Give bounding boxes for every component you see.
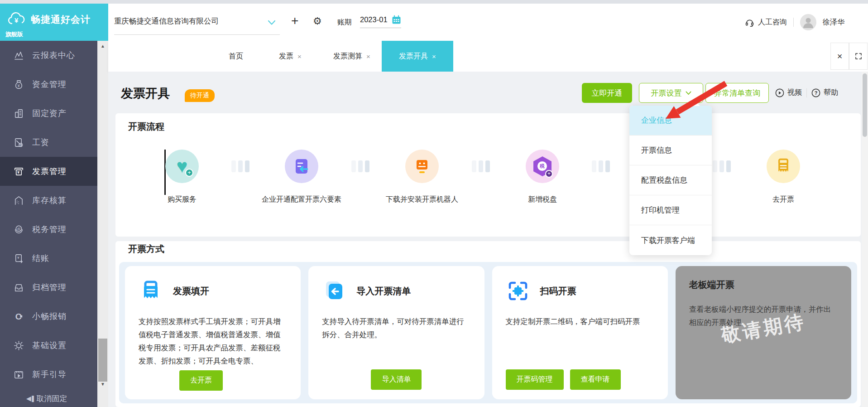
robot-icon [413, 157, 431, 175]
gear-icon[interactable]: ⚙ [313, 15, 322, 27]
chevron-down-icon [686, 91, 691, 95]
tab-invoice[interactable]: 发票 × [279, 41, 302, 72]
close-icon[interactable]: × [297, 53, 302, 60]
header-divider [793, 18, 794, 27]
flow-connector [351, 160, 369, 172]
flow-connector [592, 160, 610, 172]
sidebar-item-salary[interactable]: ¥ 工资 [0, 128, 97, 157]
avatar[interactable] [800, 14, 816, 30]
support-link[interactable]: 人工咨询 [745, 18, 787, 27]
content-scrollbar[interactable] [862, 72, 868, 407]
menu-item-printer-manage[interactable]: 打印机管理 [629, 195, 712, 225]
menu-item-tax-disk-config[interactable]: 配置税盘信息 [629, 165, 712, 195]
sidebar-item-invoice-management[interactable]: ¥ 发票管理 [0, 157, 97, 186]
close-icon[interactable]: × [432, 53, 436, 60]
menu-item-invoice-info[interactable]: 开票信息 [629, 136, 712, 165]
sidebar-item-guide[interactable]: 新手引导 [0, 360, 97, 389]
building-icon [14, 108, 24, 119]
invoice-icon: ¥ [14, 166, 24, 177]
report-chart-icon [14, 50, 24, 61]
money-bag-icon: ¥ [14, 79, 24, 90]
svg-text:¥: ¥ [17, 83, 20, 87]
chevron-down-icon[interactable] [268, 20, 276, 25]
tax-coin: 税 [537, 161, 547, 171]
sidebar-unpin-button[interactable]: ◀❚ 取消固定 [0, 390, 97, 407]
abnormal-list-button[interactable]: 异常清单查询 [705, 83, 769, 103]
flow-step-go-invoice: 去开票 [767, 150, 800, 183]
view-application-button[interactable]: 查看申请 [570, 369, 621, 390]
card-invoice-fill: 发票填开 支持按照发票样式手工填开发票；可开具增值税电子普通发票、增值税普通发票… [125, 266, 301, 399]
sidebar: 云报表中心 ¥ 资金管理 固定资产 ¥ 工资 ¥ 发票管理 库存核算 税 税务管… [0, 41, 97, 390]
tab-invoice-calc[interactable]: 发票测算 × [333, 41, 370, 72]
sidebar-scrollbar-thumb[interactable] [98, 339, 107, 382]
play-circle-icon [775, 88, 784, 97]
close-icon[interactable]: × [366, 53, 370, 60]
flow-step-label: 购买服务 [168, 195, 197, 204]
tab-label: 发票开具 [399, 52, 428, 61]
sidebar-item-label: 发票管理 [32, 166, 67, 177]
warehouse-icon [14, 195, 24, 206]
company-selector[interactable]: 重庆畅捷交通信息咨询有限公司 [114, 16, 219, 26]
methods-heading: 开票方式 [128, 243, 164, 255]
tab-home[interactable]: 首页 [229, 41, 243, 72]
sidebar-item-funds[interactable]: ¥ 资金管理 [0, 70, 97, 99]
sidebar-item-label: 云报表中心 [32, 50, 75, 61]
sidebar-item-archive[interactable]: 归档管理 [0, 273, 97, 302]
sidebar-item-settings[interactable]: 基础设置 [0, 331, 97, 360]
flow-step-label: 去开票 [772, 195, 794, 204]
sidebar-item-reimburse[interactable]: C 小畅报销 [0, 302, 97, 331]
fullscreen-button[interactable] [849, 43, 868, 70]
add-account-button[interactable]: + [291, 14, 298, 28]
archive-icon [14, 282, 24, 293]
sidebar-item-inventory[interactable]: 库存核算 [0, 186, 97, 215]
svg-text:¥: ¥ [17, 170, 20, 174]
links-divider [806, 88, 807, 97]
sidebar-item-label: 归档管理 [32, 282, 67, 293]
tab-bar: 首页 发票 × 发票测算 × 发票开具 × [108, 41, 868, 72]
logo-yuan-glyph: ¥ [14, 16, 19, 24]
scroll-down-icon[interactable]: ▼ [97, 382, 108, 387]
flow-step-configure: 企业开通配置开票六要素 [285, 150, 318, 183]
settle-icon: ¥ [14, 253, 24, 264]
go-invoice-button[interactable]: 去开票 [179, 370, 223, 391]
scroll-up-icon[interactable]: ▲ [97, 44, 108, 48]
tab-label: 首页 [229, 52, 243, 61]
sidebar-item-tax[interactable]: 税 税务管理 [0, 215, 97, 244]
unpin-icon: ◀❚ [26, 395, 35, 402]
plus-badge-icon: + [545, 170, 553, 178]
content-scrollbar-thumb[interactable] [863, 73, 867, 137]
sidebar-item-label: 小畅报销 [32, 311, 67, 322]
sidebar-scrollbar[interactable]: ▲ ▼ [97, 41, 108, 407]
sidebar-item-cloud-reports[interactable]: 云报表中心 [0, 41, 97, 70]
sidebar-item-label: 税务管理 [32, 224, 67, 235]
flow-step-label: 企业开通配置开票六要素 [262, 195, 341, 204]
help-link[interactable]: ? 帮助 [811, 88, 838, 97]
flow-connector [231, 160, 249, 172]
support-label: 人工咨询 [758, 18, 787, 27]
help-label: 帮助 [824, 88, 838, 97]
sidebar-item-label: 基础设置 [32, 340, 67, 351]
menu-item-company-info[interactable]: 企业信息 [629, 106, 712, 136]
card-description: 支持导入待开票清单，可对待开票清单进行拆分、合并处理。 [322, 315, 470, 341]
sidebar-item-closing[interactable]: ¥ 结账 [0, 244, 97, 273]
period-value: 2023-01 [360, 15, 388, 24]
status-badge: 待开通 [185, 89, 215, 102]
invoice-settings-button[interactable]: 开票设置 [639, 83, 703, 103]
flow-heading: 开票流程 [128, 121, 164, 133]
import-list-button[interactable]: 导入清单 [371, 369, 422, 390]
menu-item-download-client[interactable]: 下载开票客户端 [629, 225, 712, 255]
sidebar-item-label: 固定资产 [32, 108, 67, 119]
close-tab-button[interactable]: × [830, 43, 849, 70]
browser-strip [0, 0, 868, 4]
sidebar-item-label: 工资 [32, 137, 49, 148]
video-link[interactable]: 视频 [775, 88, 802, 97]
activate-button[interactable]: 立即开通 [582, 83, 632, 103]
card-description: 支持按照发票样式手工填开发票；可开具增值税电子普通发票、增值税普通发票、增值税专… [139, 315, 287, 368]
period-selector[interactable]: 2023-01 [360, 15, 401, 28]
invoice-code-manage-button[interactable]: 开票码管理 [506, 369, 564, 390]
scan-code-icon [506, 279, 530, 303]
unpin-label: 取消固定 [37, 393, 67, 404]
tab-invoice-issue[interactable]: 发票开具 × [382, 41, 453, 72]
username[interactable]: 徐泽华 [823, 18, 844, 27]
sidebar-item-fixed-assets[interactable]: 固定资产 [0, 99, 97, 128]
